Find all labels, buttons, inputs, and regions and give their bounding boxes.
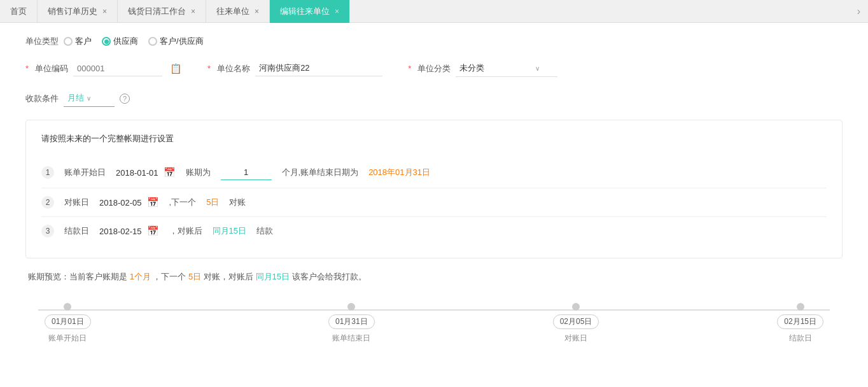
timeline-container: 01月01日 账单开始日 01月31日 账单结束日 02月05日 对账日 02月… bbox=[25, 298, 843, 344]
timeline-point-4: 02月15日 结款日 bbox=[777, 303, 823, 344]
preview-suffix: 该客户会给我打款。 bbox=[292, 272, 367, 281]
period-date-2: 2018-02-05 📅 bbox=[99, 197, 159, 208]
period-months-input[interactable] bbox=[221, 165, 272, 180]
payment-condition-label: 收款条件 bbox=[25, 93, 59, 104]
period-box-title: 请按照未来的一个完整帐期进行设置 bbox=[41, 133, 827, 144]
period-date-1: 2018-01-01 📅 bbox=[116, 167, 176, 178]
unit-code-required-star: * bbox=[25, 64, 29, 73]
period-row-1: 1 账单开始日 2018-01-01 📅 账期为 个月,账单结束日期为 2018… bbox=[41, 157, 827, 188]
timeline-date-1: 01月01日 bbox=[45, 314, 91, 329]
tab-cash-work[interactable]: 钱货日清工作台 × bbox=[118, 0, 206, 23]
calendar-icon-1[interactable]: 📅 bbox=[164, 167, 176, 178]
close-tab-sales-history[interactable]: × bbox=[102, 7, 107, 16]
radio-group: 客户 供应商 客户/供应商 bbox=[64, 36, 204, 47]
unit-code-group: * 单位编码 📋 bbox=[25, 61, 182, 76]
period-end-date-highlight: 2018年01月31日 bbox=[368, 167, 430, 178]
radio-customer[interactable]: 客户 bbox=[64, 36, 92, 47]
unit-type-group: 单位类型 客户 供应商 客户/供应商 bbox=[25, 36, 204, 47]
timeline-spacer-3 bbox=[599, 306, 777, 307]
preview-highlight-2: 5日 bbox=[188, 272, 201, 281]
period-suffix-1: 账期为 bbox=[186, 167, 211, 178]
unit-type-row: 单位类型 客户 供应商 客户/供应商 bbox=[25, 36, 843, 47]
unit-code-input[interactable] bbox=[73, 61, 162, 76]
timeline-circle-1 bbox=[64, 303, 71, 311]
tab-partner-unit[interactable]: 往来单位 × bbox=[206, 0, 270, 23]
period-settings-box: 请按照未来的一个完整帐期进行设置 1 账单开始日 2018-01-01 📅 账期… bbox=[25, 120, 843, 258]
payment-condition-group: 收款条件 月结 ∨ ? bbox=[25, 90, 130, 107]
unit-code-label: 单位编码 bbox=[35, 63, 68, 74]
radio-customer-label: 客户 bbox=[75, 36, 92, 47]
tab-sales-history[interactable]: 销售订单历史 × bbox=[38, 0, 118, 23]
timeline-date-2: 01月31日 bbox=[328, 314, 375, 329]
radio-supplier[interactable]: 供应商 bbox=[102, 36, 138, 47]
period-label-2: 对账日 bbox=[64, 197, 89, 208]
preview-text: 账期预览：当前客户账期是 1个月 ，下一个 5日 对账，对账后 同月15日 该客… bbox=[25, 271, 843, 283]
tab-home[interactable]: 首页 bbox=[0, 0, 38, 23]
copy-icon[interactable]: 📋 bbox=[170, 63, 182, 74]
close-tab-partner-unit[interactable]: × bbox=[255, 7, 259, 16]
radio-customer-supplier[interactable]: 客户/供应商 bbox=[148, 36, 204, 47]
unit-info-row: * 单位编码 📋 * 单位名称 * 单位分类 未分类 ∨ bbox=[25, 60, 843, 77]
unit-name-required-star: * bbox=[207, 64, 211, 73]
preview-part2-prefix: ，下一个 bbox=[153, 272, 186, 281]
period-num-3: 3 bbox=[41, 225, 54, 237]
calendar-icon-3[interactable]: 📅 bbox=[147, 225, 159, 237]
unit-type-label: 单位类型 bbox=[25, 36, 59, 47]
period-label-3: 结款日 bbox=[64, 225, 89, 237]
tab-bar: 首页 销售订单历史 × 钱货日清工作台 × 往来单位 × 编辑往来单位 × › bbox=[0, 0, 868, 23]
timeline-circle-4 bbox=[797, 303, 804, 311]
timeline-point-1: 01月01日 账单开始日 bbox=[45, 303, 91, 344]
period-label-1: 账单开始日 bbox=[64, 167, 106, 178]
timeline-label-4: 结款日 bbox=[789, 333, 812, 344]
help-icon[interactable]: ? bbox=[120, 94, 130, 104]
tab-edit-partner[interactable]: 编辑往来单位 × bbox=[270, 0, 350, 23]
radio-supplier-label: 供应商 bbox=[113, 36, 138, 47]
unit-category-group: * 单位分类 未分类 ∨ bbox=[408, 60, 557, 77]
close-tab-edit-partner[interactable]: × bbox=[335, 7, 339, 16]
timeline-point-3: 02月05日 对账日 bbox=[553, 303, 599, 344]
tab-more-button[interactable]: › bbox=[850, 6, 868, 17]
payment-condition-row: 收款条件 月结 ∨ ? bbox=[25, 90, 843, 107]
timeline-point-2: 01月31日 账单结束日 bbox=[328, 303, 375, 344]
radio-circle-customer bbox=[64, 37, 73, 46]
period-prefix-3: ，对账后 bbox=[169, 225, 202, 237]
period-day-highlight-3: 同月15日 bbox=[213, 225, 246, 237]
timeline-spacer-1 bbox=[91, 306, 328, 307]
timeline-wrap: 01月01日 账单开始日 01月31日 账单结束日 02月05日 对账日 02月… bbox=[32, 298, 836, 344]
radio-circle-customer-supplier bbox=[148, 37, 157, 46]
period-date-3: 2018-02-15 📅 bbox=[99, 225, 159, 237]
payment-condition-value: 月结 bbox=[67, 92, 84, 104]
period-day-highlight-2: 5日 bbox=[206, 197, 219, 208]
payment-chevron-down-icon: ∨ bbox=[87, 95, 91, 102]
period-suffix-3: 结款 bbox=[256, 225, 273, 237]
preview-part3-prefix: 对账，对账后 bbox=[204, 272, 253, 281]
unit-name-group: * 单位名称 bbox=[207, 61, 382, 76]
unit-category-select[interactable]: 未分类 ∨ bbox=[456, 60, 557, 77]
category-chevron-down-icon: ∨ bbox=[535, 65, 540, 72]
preview-highlight-1: 1个月 bbox=[130, 272, 151, 281]
timeline-date-3: 02月05日 bbox=[553, 314, 599, 329]
payment-condition-select[interactable]: 月结 ∨ bbox=[64, 90, 115, 107]
close-tab-cash-work[interactable]: × bbox=[191, 7, 195, 16]
period-num-2: 2 bbox=[41, 196, 54, 209]
unit-category-value: 未分类 bbox=[459, 62, 484, 74]
radio-circle-supplier bbox=[102, 37, 111, 46]
timeline-label-2: 账单结束日 bbox=[332, 333, 370, 344]
unit-category-label: 单位分类 bbox=[417, 63, 451, 74]
period-suffix-2: 对账 bbox=[229, 197, 246, 208]
period-date-value-3: 2018-02-15 bbox=[99, 227, 142, 236]
period-row-2: 2 对账日 2018-02-05 📅 ,下一个 5日 对账 bbox=[41, 188, 827, 217]
period-row-3: 3 结款日 2018-02-15 📅 ，对账后 同月15日 结款 bbox=[41, 217, 827, 245]
period-date-value-2: 2018-02-05 bbox=[99, 198, 142, 208]
calendar-icon-2[interactable]: 📅 bbox=[147, 197, 159, 208]
unit-name-label: 单位名称 bbox=[217, 63, 250, 74]
timeline-label-3: 对账日 bbox=[564, 333, 587, 344]
timeline-circle-2 bbox=[347, 303, 355, 311]
radio-customer-supplier-label: 客户/供应商 bbox=[160, 36, 204, 47]
timeline-spacer-2 bbox=[375, 306, 553, 307]
timeline-label-1: 账单开始日 bbox=[48, 333, 87, 344]
period-num-1: 1 bbox=[41, 166, 54, 179]
unit-name-input[interactable] bbox=[255, 61, 382, 76]
preview-prefix: 账期预览：当前客户账期是 bbox=[28, 272, 127, 281]
preview-highlight-3: 同月15日 bbox=[256, 272, 290, 281]
